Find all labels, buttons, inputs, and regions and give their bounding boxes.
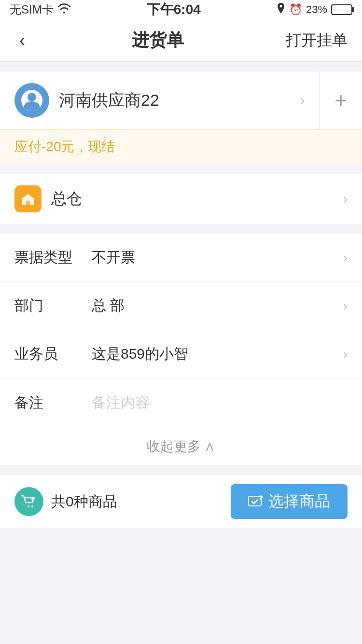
warehouse-chevron-icon: › [343, 191, 348, 207]
warehouse-name: 总仓 [51, 188, 343, 210]
page-background [0, 528, 362, 644]
svg-rect-1 [26, 201, 30, 205]
battery-percentage: 23% [306, 3, 327, 16]
warehouse-row[interactable]: 总仓 › [0, 174, 362, 224]
supplier-section: 河南供应商22 › + [0, 71, 362, 129]
svg-rect-4 [249, 496, 261, 506]
sales-value: 这是859的小智 [82, 344, 343, 364]
supplier-alert: 应付-20元，现结 [0, 129, 362, 164]
sales-chevron-icon: › [343, 347, 348, 362]
back-button[interactable]: ‹ [14, 26, 30, 56]
invoice-value: 不开票 [82, 248, 343, 267]
page-title: 进货单 [132, 28, 184, 52]
add-supplier-button[interactable]: + [320, 71, 362, 129]
department-row[interactable]: 部门 总 部 › [0, 282, 362, 330]
alarm-icon: ⏰ [289, 3, 302, 16]
status-left: 无SIM卡 [10, 2, 71, 17]
select-product-icon [248, 495, 264, 508]
supplier-name: 河南供应商22 [59, 89, 300, 112]
carrier-text: 无SIM卡 [10, 2, 54, 17]
dept-chevron-icon: › [343, 298, 348, 314]
open-pending-button[interactable]: 打开挂单 [286, 30, 348, 51]
battery-icon [331, 4, 352, 15]
sales-label: 业务员 [14, 344, 82, 364]
invoice-label: 票据类型 [14, 248, 82, 267]
wifi-icon [57, 3, 71, 16]
warehouse-icon [14, 185, 42, 212]
status-right: ⏰ 23% [277, 3, 352, 16]
bottom-bar: 共0种商品 选择商品 [0, 475, 362, 528]
status-bar: 无SIM卡 下午6:04 ⏰ 23% [0, 0, 362, 19]
remark-label: 备注 [14, 393, 82, 413]
nav-bar: ‹ 进货单 打开挂单 [0, 19, 362, 62]
location-icon [277, 3, 285, 16]
remark-row[interactable]: 备注 备注内容 [0, 378, 362, 427]
remark-input[interactable]: 备注内容 [82, 393, 348, 413]
svg-point-3 [31, 505, 33, 507]
collapse-button[interactable]: 收起更多 ∧ [0, 427, 362, 465]
status-time: 下午6:04 [147, 0, 201, 19]
supplier-avatar [14, 83, 49, 118]
select-product-button[interactable]: 选择商品 [231, 484, 348, 519]
invoice-chevron-icon: › [343, 250, 348, 266]
invoice-type-row[interactable]: 票据类型 不开票 › [0, 234, 362, 282]
section-gap-1 [0, 62, 362, 71]
svg-point-2 [28, 505, 29, 507]
product-count-text: 共0种商品 [51, 492, 117, 512]
supplier-select-row[interactable]: 河南供应商22 › [0, 71, 320, 129]
form-section: 票据类型 不开票 › 部门 总 部 › 业务员 这是859的小智 › 备注 备注… [0, 234, 362, 427]
salesperson-row[interactable]: 业务员 这是859的小智 › [0, 330, 362, 378]
select-product-label: 选择商品 [268, 491, 330, 512]
cart-icon [14, 487, 43, 516]
supplier-chevron-icon: › [300, 93, 305, 108]
product-count-area: 共0种商品 [14, 487, 117, 516]
dept-label: 部门 [14, 296, 82, 316]
dept-value: 总 部 [82, 296, 343, 316]
